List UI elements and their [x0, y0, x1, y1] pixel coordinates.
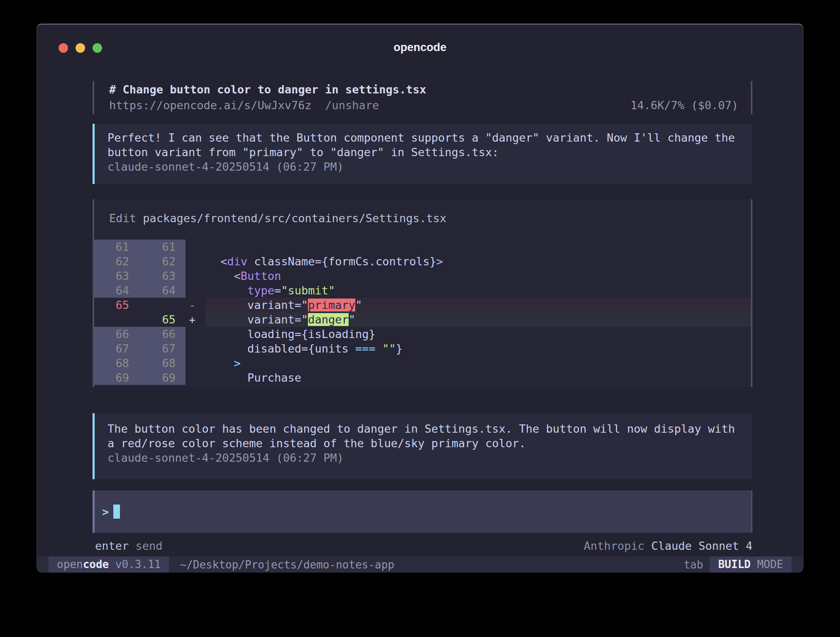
send-label: send: [136, 539, 163, 552]
code-segment: ": [355, 299, 362, 311]
hints-row: enter send Anthropic Claude Sonnet 4: [95, 539, 752, 553]
new-line-number: 65: [139, 312, 186, 327]
status-bar-right: tab BUILD MODE: [684, 556, 791, 573]
session-header: # Change button color to danger in setti…: [93, 81, 752, 114]
diff-row: 6767 disabled={units === ""}: [94, 341, 751, 356]
code-segment: }: [396, 342, 403, 355]
old-line-number: 64: [94, 283, 139, 298]
diff-row: 6161: [94, 240, 751, 254]
code-line: variant="primary": [205, 298, 751, 312]
prompt-symbol: >: [102, 505, 109, 518]
code-segment: <: [220, 270, 241, 282]
token-usage: 14.6K/7% ($0.07): [630, 98, 738, 113]
code-segment: ": [349, 313, 355, 326]
working-directory: ~/Desktop/Projects/demo-notes-app: [180, 559, 394, 571]
model-name: Claude Sonnet 4: [651, 539, 752, 552]
message-line: button variant from "primary" to "danger…: [107, 145, 737, 159]
assistant-message: The button color has been changed to dan…: [93, 413, 752, 479]
code-segment: Purchase: [220, 371, 301, 384]
assistant-message: Perfect! I can see that the Button compo…: [93, 124, 752, 184]
diff-row: 6666 loading={isLoading}: [94, 327, 751, 341]
code-line: loading={isLoading}: [205, 327, 751, 341]
new-line-number: 69: [139, 370, 186, 385]
brand-code: code: [83, 558, 109, 571]
code-line: <Button: [205, 269, 751, 283]
old-line-number: 65: [94, 298, 139, 312]
new-line-number: 64: [139, 283, 186, 298]
diff-marker: [186, 341, 205, 356]
diff-row: 65- variant="primary": [94, 298, 751, 312]
unshare-command[interactable]: /unshare: [325, 99, 379, 112]
diff-row: 65+ variant="danger": [94, 312, 751, 327]
code-line: disabled={units === ""}: [205, 341, 751, 356]
old-line-number: 68: [94, 356, 139, 370]
diff-marker: [186, 370, 205, 385]
mode-label: MODE: [751, 558, 783, 571]
diff-marker: +: [186, 312, 205, 327]
message-line: The button color has been changed to dan…: [107, 421, 737, 436]
code-segment: danger: [308, 313, 349, 326]
code-segment: className={formCs.controls}: [247, 255, 436, 268]
new-line-number: 61: [139, 240, 186, 254]
code-line: >: [205, 356, 751, 370]
prompt-input[interactable]: >: [93, 490, 752, 533]
code-segment: div: [227, 255, 247, 268]
screen: opencode # Change button color to danger…: [0, 0, 840, 637]
session-title: # Change button color to danger in setti…: [109, 82, 738, 98]
diff-row: 6969 Purchase: [94, 370, 751, 385]
code-segment: type: [220, 284, 274, 297]
message-line: a red/rose color scheme instead of the b…: [107, 436, 737, 451]
code-line: variant="danger": [205, 312, 751, 327]
enter-key-hint: enter: [95, 539, 129, 552]
app-version: v0.3.11: [109, 558, 161, 571]
message-meta: claude-sonnet-4-20250514 (06:27 PM): [107, 451, 737, 465]
diff-marker: [186, 356, 205, 370]
new-line-number: 63: [139, 269, 186, 283]
edit-tool-block: Edit packages/frontend/src/containers/Se…: [93, 199, 752, 387]
old-line-number: 67: [94, 341, 139, 356]
new-line-number: 66: [139, 327, 186, 341]
code-segment: disabled={units: [220, 342, 355, 355]
diff-row: 6262<div className={formCs.controls}>: [94, 254, 751, 269]
opencode-window: opencode # Change button color to danger…: [37, 24, 803, 572]
code-line: [205, 240, 751, 254]
window-title: opencode: [37, 41, 803, 54]
message-meta: claude-sonnet-4-20250514 (06:27 PM): [107, 159, 737, 174]
diff-marker: [186, 254, 205, 269]
code-segment: loading={isLoading}: [220, 328, 376, 341]
code-segment: >: [436, 255, 443, 268]
message-line: Perfect! I can see that the Button compo…: [107, 130, 737, 145]
mode-toggle[interactable]: BUILD MODE: [710, 556, 791, 573]
old-line-number: 61: [94, 240, 139, 254]
code-segment: =: [274, 284, 281, 297]
brand-version-segment: opencode v0.3.11: [49, 556, 169, 573]
code-segment: <: [220, 255, 227, 268]
model-provider: Anthropic: [584, 539, 645, 552]
code-segment: primary: [308, 299, 355, 311]
share-url[interactable]: https://opencode.ai/s/UwJxv76z: [109, 99, 312, 112]
code-line: <div className={formCs.controls}>: [205, 254, 751, 269]
diff-row: 6363 <Button: [94, 269, 751, 283]
send-hint: enter send: [95, 539, 163, 553]
code-segment: [376, 342, 382, 355]
diff-marker: [186, 327, 205, 341]
code-segment: ===: [355, 342, 376, 355]
code-segment: Button: [241, 270, 281, 282]
diff-row: 6464 type="submit": [94, 283, 751, 298]
old-line-number: 69: [94, 370, 139, 385]
edit-tool-title: Edit packages/frontend/src/containers/Se…: [94, 211, 751, 225]
edit-file-path: packages/frontend/src/containers/Setting…: [143, 212, 447, 225]
mode-name: BUILD: [718, 558, 750, 571]
old-line-number: [94, 312, 139, 327]
model-indicator[interactable]: Anthropic Claude Sonnet 4: [584, 539, 752, 553]
code-segment: >: [220, 357, 241, 370]
share-line: https://opencode.ai/s/UwJxv76z /unshare: [109, 98, 379, 113]
brand-open: open: [57, 558, 83, 571]
old-line-number: 63: [94, 269, 139, 283]
new-line-number: 67: [139, 341, 186, 356]
edit-verb: Edit: [109, 212, 143, 225]
text-cursor: [113, 505, 120, 519]
diff-marker: [186, 269, 205, 283]
old-line-number: 62: [94, 254, 139, 269]
tab-key-hint: tab: [684, 559, 703, 571]
